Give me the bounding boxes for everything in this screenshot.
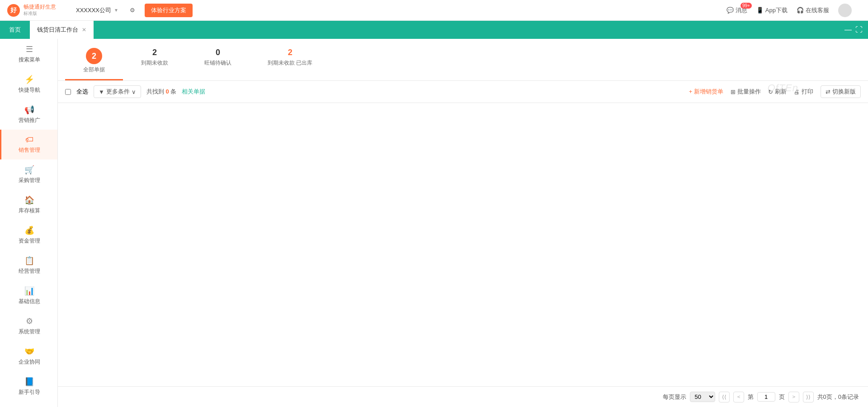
page-first-btn[interactable]: ⟨⟨ (719, 392, 730, 402)
stat-label-1: 到期未收款 (141, 59, 168, 67)
sidebar-item-purchase[interactable]: 🛒 采购管理 (0, 159, 57, 190)
sidebar-label-cooperation: 企业协同 (19, 358, 40, 366)
sidebar-label-sales: 销售管理 (19, 146, 40, 154)
main-content: 2 全部单据 2 到期未收款 0 旺铺待确认 2 到期未收款 已出库 全选 ▼ … (58, 39, 868, 407)
sidebar-item-quick-nav[interactable]: ⚡ 快捷导航 (0, 69, 57, 99)
tab-current[interactable]: 钱货日清工作台 ✕ (30, 21, 94, 39)
company-name: XXXXXX公司 (76, 6, 111, 14)
sidebar-item-inventory[interactable]: 🏠 库存核算 (0, 190, 57, 220)
batch-operation-btn[interactable]: ⊞ 批量操作 (731, 88, 761, 96)
logo-area: 好 畅捷通好生意 标准版 (7, 4, 65, 17)
sidebar-icon-basic-info: 📊 (24, 286, 34, 296)
message-btn[interactable]: 💬 消息 99+ (726, 6, 747, 14)
found-text: 共找到 0 条 (146, 88, 176, 96)
total-info: 共0页，0条记录 (817, 393, 859, 401)
sidebar-icon-finance: 💰 (24, 225, 34, 235)
stat-number-3: 2 (288, 48, 292, 57)
stat-label-0: 全部单据 (83, 66, 105, 74)
layout: ☰ 搜索菜单 ⚡ 快捷导航 📢 营销推广 🏷 销售管理 🛒 采购管理 🏠 库存核… (0, 39, 868, 407)
sidebar-icon-inventory: 🏠 (24, 195, 34, 205)
sidebar-item-system[interactable]: ⚙ 系统管理 (0, 311, 57, 341)
switch-label: 切换新版 (832, 88, 856, 96)
sidebar-label-inventory: 库存核算 (19, 207, 40, 215)
print-icon: 🖨 (794, 89, 800, 95)
sidebar-icon-system: ⚙ (26, 316, 33, 326)
stat-label-2: 旺铺待确认 (204, 59, 231, 67)
sidebar-icon-purchase: 🛒 (24, 165, 34, 175)
sidebar-item-app-center[interactable]: 🔧 应用中心 (0, 402, 57, 407)
sidebar-item-operation[interactable]: 📋 经营管理 (0, 250, 57, 281)
sidebar-item-search[interactable]: ☰ 搜索菜单 (0, 39, 57, 69)
stat-number-1: 2 (152, 48, 157, 57)
sidebar-item-basic-info[interactable]: 📊 基础信息 (0, 281, 57, 311)
print-label: 打印 (802, 88, 813, 96)
page-last-btn[interactable]: ⟩⟩ (803, 392, 814, 402)
settings-icon[interactable]: ⚙ (126, 4, 139, 17)
message-badge: 99+ (741, 3, 752, 9)
sidebar-item-marketing[interactable]: 📢 营销推广 (0, 99, 57, 130)
sidebar-label-operation: 经营管理 (19, 267, 40, 275)
sidebar-icon-guide: 📘 (24, 377, 34, 387)
page-label: 第 (748, 393, 754, 401)
switch-icon: ⇄ (826, 89, 830, 95)
stat-tab-1[interactable]: 2 到期未收款 (123, 44, 186, 80)
stat-tab-3[interactable]: 2 到期未收款 已出库 (250, 44, 330, 80)
sidebar-item-cooperation[interactable]: 🤝 企业协同 (0, 341, 57, 371)
page-suffix: 页 (779, 393, 785, 401)
filter-btn[interactable]: ▼ 更多条件 ∨ (94, 85, 141, 98)
tab-close-icon[interactable]: ✕ (82, 27, 86, 33)
logo-icon: 好 (7, 4, 20, 17)
found-count: 0 (166, 88, 169, 95)
service-icon: 🎧 (797, 7, 804, 14)
sidebar-item-guide[interactable]: 📘 新手引导 (0, 371, 57, 402)
sidebar-icon-quick-nav: ⚡ (24, 75, 34, 84)
refresh-btn[interactable]: ↻ 刷新 (768, 88, 787, 96)
select-all-checkbox[interactable] (65, 89, 71, 95)
sidebar-item-finance[interactable]: 💰 资金管理 (0, 220, 57, 250)
avatar[interactable] (838, 4, 852, 17)
table-area (58, 103, 868, 386)
sidebar-icon-sales: 🏷 (25, 135, 33, 145)
pagination: 每页显示 50 100 200 ⟨⟨ ＜ 第 页 ＞ ⟩⟩ 共0页，0条记录 (58, 386, 868, 407)
toolbar-right: + 新增销货单 ⊞ 批量操作 ↻ 刷新 🖨 打印 ⇄ 切换新版 (689, 85, 861, 98)
page-next-btn[interactable]: ＞ (788, 392, 799, 402)
sidebar-label-system: 系统管理 (19, 328, 40, 336)
message-icon: 💬 (726, 7, 734, 14)
per-page-select[interactable]: 50 100 200 (690, 392, 715, 402)
sidebar-label-search: 搜索菜单 (19, 56, 40, 64)
tab-minimize-icon[interactable]: — (844, 26, 852, 34)
stat-number-2: 0 (216, 48, 220, 57)
online-service-label: 在线客服 (806, 6, 829, 14)
company-selector[interactable]: XXXXXX公司 ▼ (72, 5, 122, 16)
tab-maximize-icon[interactable]: ⛶ (855, 26, 863, 34)
sidebar-icon-search: ☰ (26, 44, 33, 54)
tab-home[interactable]: 首页 (0, 21, 30, 39)
toolbar: 全选 ▼ 更多条件 ∨ 共找到 0 条 相关单据 + 新增销货单 ⊞ 批量操作 … (58, 81, 868, 103)
add-sales-order-btn[interactable]: + 新增销货单 (689, 88, 723, 96)
sidebar-item-sales[interactable]: 🏷 销售管理 (0, 130, 57, 159)
page-input[interactable] (757, 392, 775, 402)
batch-icon: ⊞ (731, 89, 736, 95)
sidebar-label-purchase: 采购管理 (19, 177, 40, 184)
tab-bar: 首页 钱货日清工作台 ✕ — ⛶ (0, 21, 868, 39)
page-prev-btn[interactable]: ＜ (733, 392, 744, 402)
batch-label: 批量操作 (737, 88, 761, 96)
app-download-btn[interactable]: 📱 App下载 (756, 6, 788, 14)
switch-version-btn[interactable]: ⇄ 切换新版 (821, 85, 861, 98)
top-header: 好 畅捷通好生意 标准版 XXXXXX公司 ▼ ⚙ 体验行业方案 💬 消息 99… (0, 0, 868, 21)
refresh-icon: ↻ (768, 89, 773, 95)
per-page-label: 每页显示 (663, 393, 686, 401)
stat-tab-0[interactable]: 2 全部单据 (65, 44, 123, 80)
stat-number-bg-0: 2 (86, 48, 102, 64)
sidebar-icon-cooperation: 🤝 (24, 346, 34, 356)
sidebar-label-basic-info: 基础信息 (19, 298, 40, 305)
print-btn[interactable]: 🖨 打印 (794, 88, 813, 96)
related-link[interactable]: 相关单据 (182, 88, 205, 96)
logo-text: 畅捷通好生意 (24, 4, 56, 11)
filter-label: 更多条件 (106, 88, 130, 96)
industry-btn[interactable]: 体验行业方案 (145, 4, 193, 17)
filter-chevron: ∨ (132, 89, 136, 95)
online-service-btn[interactable]: 🎧 在线客服 (797, 6, 829, 14)
stat-tab-2[interactable]: 0 旺铺待确认 (186, 44, 250, 80)
tab-current-label: 钱货日清工作台 (37, 26, 78, 34)
